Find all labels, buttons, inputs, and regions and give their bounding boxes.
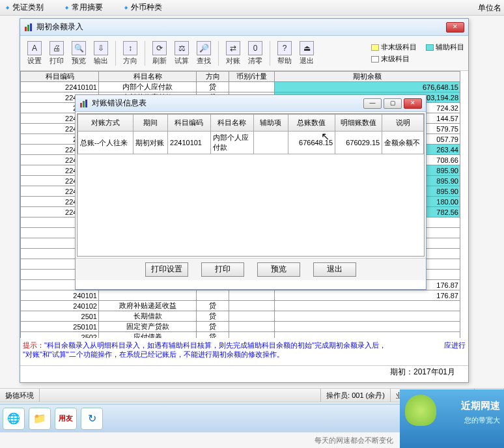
print-button[interactable]: 🖨打印 (46, 41, 67, 66)
legend-aux-swatch (426, 44, 434, 51)
dialog-preview-button[interactable]: 预览 (257, 262, 300, 277)
close-button[interactable]: ✕ (446, 22, 464, 33)
app-icon (24, 23, 33, 32)
svg-rect-0 (25, 27, 27, 31)
dialog-close-button[interactable]: ✕ (404, 98, 422, 109)
toolbar: A设置 🖨打印 🔍预览 ⇩输出 ↕方向 ⟳刷新 ⚖试算 🔎查找 ⇄对账 0清零 … (20, 36, 468, 71)
dialog-title-text: 对账错误信息表 (92, 98, 363, 109)
error-grid: 对账方式 期间 科目编码 科目名称 辅助项 总账数值 明细账数值 说明 总账--… (77, 114, 424, 154)
window-titlebar[interactable]: 期初余额录入 ✕ (20, 19, 468, 36)
dialog-footer: 打印设置 打印 预览 退出 (76, 258, 426, 280)
col-mname[interactable]: 科目名称 (210, 115, 253, 132)
legend: 非末级科目 辅助科目 末级科目 (371, 42, 464, 64)
promo-title: 近期网速 (461, 400, 500, 412)
col-note[interactable]: 说明 (382, 115, 424, 132)
col-curr[interactable]: 币别/计量 (229, 72, 275, 82)
dialog-print-button[interactable]: 打印 (201, 262, 244, 277)
table-row[interactable]: 240101176.87 (21, 290, 460, 301)
help-button[interactable]: ?帮助 (274, 41, 295, 66)
col-code[interactable]: 科目编码 (21, 72, 99, 82)
col-mcode[interactable]: 科目编码 (168, 115, 211, 132)
col-period[interactable]: 期间 (133, 115, 167, 132)
taskbar-app-sync[interactable]: ↻ (81, 408, 103, 430)
refresh-button[interactable]: ⟳刷新 (149, 41, 170, 66)
svg-rect-1 (27, 25, 29, 31)
table-row[interactable]: 2501长期借款贷 (21, 311, 460, 322)
table-row[interactable]: 22410101内部个人应付款贷676,648.15 (21, 82, 460, 92)
col-dir[interactable]: 方向 (197, 72, 229, 82)
svg-rect-5 (85, 100, 87, 107)
print-setup-button[interactable]: 打印设置 (145, 262, 188, 277)
error-row[interactable]: 总账--个人往来 期初对账 22410101 内部个人应付款 676648.15… (78, 132, 424, 154)
reconcile-error-dialog: 对账错误信息表 — ▢ ✕ 对账方式 期间 科目编码 科目名称 辅助项 总账数值… (75, 94, 427, 290)
window-statusbar: 期初：2017年01月 (20, 365, 468, 378)
taskbar-app-explorer[interactable]: 📁 (29, 408, 51, 430)
svg-rect-2 (30, 23, 32, 31)
col-detail[interactable]: 明细账数值 (335, 115, 382, 132)
menu-item-currency[interactable]: 🔹外币种类 (121, 2, 171, 13)
window-title-text: 期初余额录入 (36, 21, 446, 33)
direction-button[interactable]: ↕方向 (120, 41, 141, 66)
reconcile-button[interactable]: ⇄对账 (223, 41, 244, 66)
svg-rect-3 (80, 103, 82, 107)
preview-button[interactable]: 🔍预览 (68, 41, 89, 66)
trial-button[interactable]: ⚖试算 (171, 41, 192, 66)
minimize-button[interactable]: — (363, 98, 382, 109)
export-button[interactable]: ⇩输出 (91, 41, 111, 66)
menu-item-summary[interactable]: 🔹常用摘要 (62, 2, 112, 13)
col-name[interactable]: 科目名称 (99, 72, 197, 82)
env-label: 扬德环境 (0, 389, 40, 402)
table-row[interactable]: 240102政府补贴递延收益贷 (21, 301, 460, 311)
table-row[interactable]: 250101固定资产贷款贷 (21, 322, 460, 332)
legend-leaf-swatch (371, 56, 379, 63)
footer-hint-text: 每天的网速都会不断变化 (315, 436, 393, 445)
exit-button[interactable]: ⏏退出 (296, 41, 317, 66)
find-button[interactable]: 🔎查找 (193, 41, 214, 66)
promo-subtitle: 您的带宽大 (464, 415, 500, 425)
operator-cell: 操作员: 001 (余丹) (321, 389, 391, 402)
table-row[interactable]: 2502应付债券贷 (21, 332, 460, 339)
legend-nonleaf-swatch (371, 44, 379, 51)
dialog-exit-button[interactable]: 退出 (313, 262, 356, 277)
unit-name-label: 单位名 (478, 3, 501, 14)
clear-button[interactable]: 0清零 (245, 41, 266, 66)
svg-rect-4 (83, 101, 85, 107)
top-menu-bar: 🔹凭证类别 🔹常用摘要 🔹外币种类 (0, 0, 504, 16)
maximize-button[interactable]: ▢ (384, 98, 402, 109)
promo-popup[interactable]: 近期网速 您的带宽大 (400, 389, 504, 448)
col-aux[interactable]: 辅助项 (253, 115, 288, 132)
col-balance[interactable]: 期初余额 (275, 72, 460, 82)
hint-text: 提示："科目余额录入从明细科目录入，如遇有辅助科目核算，则先完成辅助科目余额的初… (20, 338, 468, 361)
col-method[interactable]: 对账方式 (78, 115, 133, 132)
dialog-titlebar[interactable]: 对账错误信息表 — ▢ ✕ (76, 95, 426, 112)
mascot-icon (405, 395, 436, 426)
settings-button[interactable]: A设置 (24, 41, 45, 66)
app-icon (79, 99, 89, 108)
col-total[interactable]: 总账数值 (288, 115, 335, 132)
menu-item-voucher[interactable]: 🔹凭证类别 (3, 2, 53, 13)
error-grid-viewport[interactable]: 对账方式 期间 科目编码 科目名称 辅助项 总账数值 明细账数值 说明 总账--… (77, 113, 425, 257)
taskbar-app-yonyou[interactable]: 用友 (55, 408, 77, 430)
taskbar-app-browser[interactable]: 🌐 (3, 408, 25, 430)
